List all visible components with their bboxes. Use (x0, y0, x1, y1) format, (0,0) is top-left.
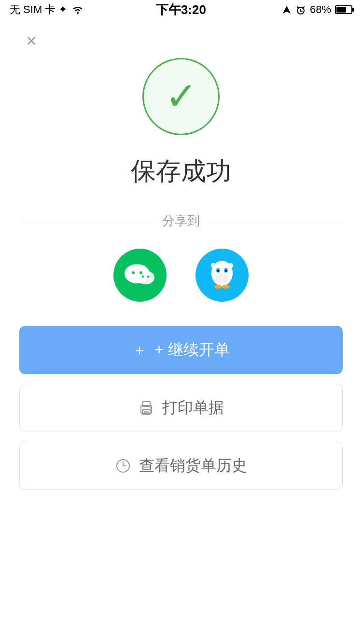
svg-point-12 (147, 276, 149, 278)
action-buttons: ＋ + 继续开单 打印单据 查看销货单历史 (19, 326, 343, 490)
close-button[interactable]: × (19, 29, 43, 53)
history-icon (115, 458, 131, 474)
divider-right (209, 221, 343, 221)
svg-point-0 (77, 12, 79, 14)
history-button[interactable]: 查看销货单历史 (19, 442, 343, 490)
share-divider: 分享到 (19, 212, 343, 229)
svg-point-11 (142, 276, 144, 278)
share-label: 分享到 (162, 212, 200, 229)
checkmark-icon: ✓ (165, 77, 197, 116)
print-button[interactable]: 打印单据 (19, 384, 343, 432)
wechat-share-button[interactable] (113, 249, 167, 302)
svg-point-9 (132, 271, 135, 274)
location-icon (282, 5, 292, 14)
svg-point-17 (225, 270, 227, 272)
status-left: 无 SIM 卡 ✦ (10, 2, 84, 17)
print-label: 打印单据 (162, 397, 224, 419)
svg-point-10 (139, 271, 142, 274)
history-label: 查看销货单历史 (139, 455, 247, 476)
status-right: 68% (282, 3, 352, 16)
svg-marker-1 (283, 6, 291, 14)
battery-text: 68% (310, 3, 331, 16)
divider-left (19, 221, 153, 221)
battery-icon (335, 5, 352, 14)
close-icon: × (26, 32, 36, 50)
wifi-icon (71, 5, 84, 14)
share-icons (19, 249, 343, 302)
printer-icon (138, 400, 154, 416)
success-circle: ✓ (142, 58, 220, 135)
main-content: × ✓ 保存成功 分享到 (0, 19, 362, 644)
success-title: 保存成功 (131, 154, 231, 188)
svg-point-19 (216, 274, 228, 283)
wechat-icon (124, 261, 156, 289)
svg-point-16 (217, 270, 219, 272)
status-time: 下午3:20 (156, 1, 206, 18)
sim-text: 无 SIM 卡 ✦ (10, 2, 67, 17)
plus-icon: ＋ (132, 340, 147, 360)
share-section: 分享到 (19, 212, 343, 302)
svg-point-22 (214, 285, 222, 289)
svg-point-23 (222, 285, 230, 289)
svg-point-21 (228, 263, 233, 268)
continue-button[interactable]: ＋ + 继续开单 (19, 326, 343, 374)
alarm-icon (295, 4, 306, 15)
qq-icon (207, 258, 238, 293)
continue-label: + 继续开单 (154, 339, 230, 361)
svg-point-20 (211, 263, 216, 268)
svg-point-29 (150, 407, 151, 409)
svg-line-5 (297, 7, 299, 8)
status-bar: 无 SIM 卡 ✦ 下午3:20 68% (0, 0, 362, 19)
svg-line-6 (303, 7, 304, 8)
qq-share-button[interactable] (195, 249, 249, 302)
